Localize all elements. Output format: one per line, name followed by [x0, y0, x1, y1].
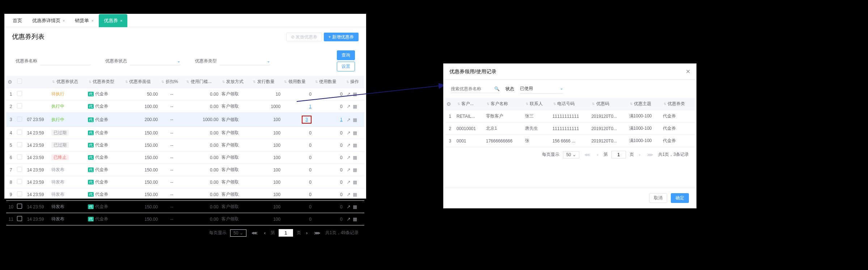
- ok-button[interactable]: 确定: [671, 193, 689, 203]
- row-checkbox[interactable]: [17, 179, 22, 184]
- qrcode-icon[interactable]: ▦: [353, 216, 357, 222]
- query-button[interactable]: 查询: [337, 50, 355, 60]
- column-header[interactable]: ⇅ 电话号码: [551, 98, 590, 110]
- main-window: 首页优惠券详情页×销货单×优惠券× 优惠券列表 ⊘ 发放优惠券 + 新增优惠券 …: [4, 14, 366, 199]
- column-header[interactable]: ⇅ 联系人: [524, 98, 551, 110]
- table-row: 200010001北京1唐先生111111111112019120T0...满1…: [445, 122, 695, 135]
- table-row: 1014 23:59待发布代代金券150.00--0.00客户领取10000↗▦: [6, 201, 364, 213]
- type-select[interactable]: ⌄: [220, 57, 270, 65]
- table-row: 614 23:59已终止代代金券150.00--0.00客户领取10000↗▦: [6, 151, 364, 164]
- row-checkbox[interactable]: [17, 154, 22, 159]
- column-header[interactable]: ⇅ 客户...: [455, 98, 484, 110]
- row-checkbox[interactable]: [17, 167, 22, 172]
- open-icon[interactable]: ↗: [347, 192, 351, 197]
- cancel-button[interactable]: 取消: [649, 193, 667, 203]
- status-badge: 执行中: [51, 104, 64, 109]
- search-icon[interactable]: 🔍: [494, 86, 500, 91]
- column-header[interactable]: ⇅ 使用门槛...: [184, 76, 220, 88]
- type-badge-icon: 代: [88, 192, 94, 197]
- settings-button[interactable]: 设置: [337, 62, 355, 71]
- select-all-checkbox[interactable]: [17, 79, 22, 84]
- qrcode-icon[interactable]: ▦: [353, 192, 357, 197]
- column-header[interactable]: ⇅ 发放方式: [220, 76, 251, 88]
- row-checkbox[interactable]: [17, 191, 22, 196]
- column-header[interactable]: ⇅ 优惠券类: [661, 98, 695, 110]
- open-icon[interactable]: ↗: [347, 117, 351, 122]
- table-row: 514 23:59已过期代代金券150.00--0.00客户领取10000↗▦: [6, 139, 364, 151]
- row-checkbox[interactable]: [17, 130, 22, 135]
- column-header[interactable]: ⇅ 优惠券状态: [50, 76, 86, 88]
- modal-per-page-select[interactable]: 50 ⌄: [563, 151, 579, 158]
- row-checkbox[interactable]: [17, 91, 22, 96]
- gear-icon[interactable]: ⚙: [446, 101, 451, 107]
- row-checkbox[interactable]: [17, 216, 22, 221]
- row-checkbox[interactable]: [17, 117, 22, 122]
- open-icon[interactable]: ↗: [347, 179, 351, 185]
- column-header[interactable]: ⇅ 折扣%: [159, 76, 184, 88]
- modal-search-bar: 🔍 状态 已使用 ⌄: [444, 80, 696, 98]
- column-header[interactable]: ⇅ 发行数量: [251, 76, 282, 88]
- qrcode-icon[interactable]: ▦: [353, 179, 357, 185]
- tab-首页[interactable]: 首页: [8, 14, 27, 27]
- tab-优惠券[interactable]: 优惠券×: [99, 14, 127, 27]
- next-page-icon[interactable]: ›: [305, 230, 309, 236]
- modal-first-page-icon[interactable]: ⋘: [583, 152, 592, 157]
- last-page-icon[interactable]: ⋙: [313, 230, 322, 236]
- close-icon[interactable]: ×: [91, 18, 93, 23]
- qrcode-icon[interactable]: ▦: [353, 155, 357, 160]
- type-badge-icon: 代: [88, 117, 94, 122]
- open-icon[interactable]: ↗: [347, 130, 351, 136]
- column-header[interactable]: ⇅ 优惠券面值: [123, 76, 160, 88]
- column-header[interactable]: ⇅ 优惠券类型: [86, 76, 123, 88]
- claim-count-link[interactable]: 3: [305, 117, 308, 122]
- page-number-input[interactable]: [279, 229, 293, 237]
- qrcode-icon[interactable]: ▦: [353, 167, 357, 173]
- record-table-wrap: ⚙⇅ 客户...⇅ 客户名称⇅ 联系人⇅ 电话号码⇅ 优惠码⇅ 优惠主题⇅ 优惠…: [444, 98, 696, 147]
- modal-header: 优惠券领用/使用记录 ✕: [444, 64, 696, 80]
- row-checkbox[interactable]: [17, 204, 22, 209]
- open-icon[interactable]: ↗: [347, 155, 351, 160]
- tab-优惠券详情页[interactable]: 优惠券详情页×: [27, 14, 70, 27]
- modal-footer: 取消 确定: [444, 188, 696, 208]
- coupon-name-input[interactable]: [40, 57, 91, 65]
- tab-销货单[interactable]: 销货单×: [70, 14, 98, 27]
- coupon-search-input[interactable]: [451, 85, 494, 93]
- distribute-coupon-button[interactable]: ⊘ 发放优惠券: [286, 33, 322, 41]
- status-badge: 已过期: [51, 142, 69, 148]
- annotation-arrow: [297, 83, 449, 105]
- filter-bar: 优惠券名称 优惠券状态 ⌄ 优惠券类型 ⌄ 查询 设置: [5, 46, 366, 76]
- open-icon[interactable]: ↗: [347, 167, 351, 173]
- status-select[interactable]: ⌄: [130, 57, 181, 65]
- per-page-select[interactable]: 50 ⌄: [230, 229, 246, 237]
- modal-prev-page-icon[interactable]: ‹: [596, 152, 600, 157]
- type-badge-icon: 代: [88, 130, 94, 135]
- open-icon[interactable]: ↗: [347, 216, 351, 222]
- modal-page-input[interactable]: [611, 151, 626, 158]
- gear-icon[interactable]: ⚙: [8, 79, 12, 85]
- modal-next-page-icon[interactable]: ›: [638, 152, 642, 157]
- add-coupon-button[interactable]: + 新增优惠券: [324, 33, 359, 41]
- close-icon[interactable]: ×: [63, 18, 65, 23]
- modal-pagination: 每页显示 50 ⌄ ⋘ ‹ 第 页 › ⋙ 共1页，3条记录: [444, 147, 696, 162]
- qrcode-icon[interactable]: ▦: [353, 130, 357, 136]
- row-checkbox[interactable]: [17, 142, 22, 147]
- first-page-icon[interactable]: ⋘: [250, 230, 259, 236]
- row-checkbox[interactable]: [17, 103, 22, 108]
- column-header[interactable]: ⇅ 优惠码: [590, 98, 627, 110]
- status-badge: 待发布: [51, 204, 64, 209]
- modal-last-page-icon[interactable]: ⋙: [645, 152, 655, 157]
- qrcode-icon[interactable]: ▦: [353, 142, 357, 148]
- prev-page-icon[interactable]: ‹: [263, 230, 267, 236]
- column-header[interactable]: ⇅ 客户名称: [484, 98, 524, 110]
- status-badge: 待执行: [51, 91, 64, 96]
- qrcode-icon[interactable]: ▦: [353, 117, 357, 122]
- qrcode-icon[interactable]: ▦: [353, 204, 357, 209]
- use-count-link[interactable]: 1: [340, 117, 343, 122]
- tab-bar: 首页优惠券详情页×销货单×优惠券×: [5, 14, 366, 27]
- column-header[interactable]: ⇅ 优惠主题: [628, 98, 662, 110]
- open-icon[interactable]: ↗: [347, 142, 351, 148]
- close-icon[interactable]: ×: [120, 18, 122, 23]
- open-icon[interactable]: ↗: [347, 204, 351, 209]
- modal-status-select[interactable]: 已使用 ⌄: [520, 84, 563, 94]
- close-icon[interactable]: ✕: [686, 68, 690, 75]
